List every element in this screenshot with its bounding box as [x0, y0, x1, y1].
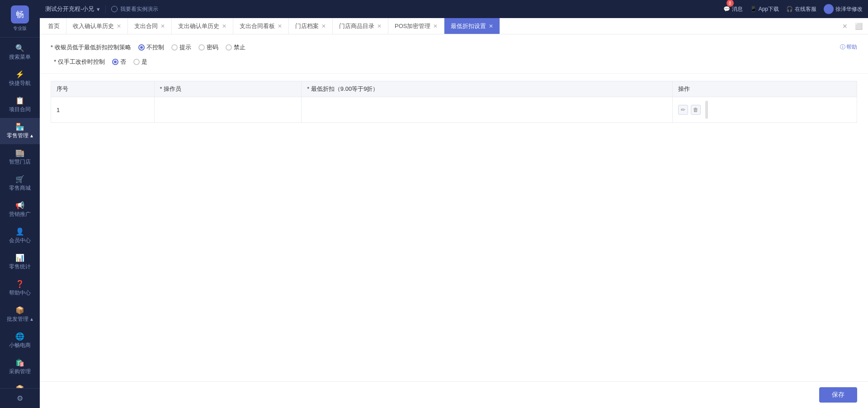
app-download-btn[interactable]: 📱 App下载 [750, 5, 779, 13]
sidebar-item-label: 智慧门店 [9, 158, 31, 166]
main-area: 测试分开充程-小兄 ▾ 我要看实例演示 💬 8 消息 📱 App下载 🎧 在线客 [40, 0, 868, 408]
help-center-icon: ❓ [15, 280, 24, 288]
topbar-dropdown-icon: ▾ [97, 6, 100, 13]
sidebar-item-purchase-mgmt[interactable]: 🛍️采购管理 [0, 354, 40, 380]
help-circle-icon: ⓘ [840, 43, 845, 51]
messages-btn[interactable]: 💬 8 消息 [723, 5, 743, 13]
tab-close-store-goods-catalog[interactable]: ✕ [377, 23, 382, 29]
messages-badge-wrap: 💬 8 [723, 6, 730, 12]
cell-num-0: 1 [51, 97, 155, 123]
tab-close-pos-password[interactable]: ✕ [433, 23, 438, 29]
sidebar-item-label: 帮助中心 [9, 289, 31, 297]
sidebar-logo: 畅 专业版 [0, 0, 40, 38]
tab-expand-btn[interactable]: ⬜ [853, 22, 864, 31]
radio-circle-ban [226, 44, 232, 51]
sidebar-item-label: 小畅电商 [9, 342, 31, 349]
table-header-row: 序号* 操作员* 最低折扣（9.00等于9折）操作 [51, 81, 857, 97]
sidebar-item-label: 搜索菜单 [9, 53, 31, 61]
tab-label-store-file: 门店档案 [295, 22, 319, 30]
sidebar-item-quicknav[interactable]: ⚡快捷导航 [0, 66, 40, 92]
cashier-policy-radio-hint[interactable]: 提示 [171, 43, 191, 52]
radio-label-hint: 提示 [179, 43, 191, 52]
messages-count-badge: 8 [726, 0, 734, 7]
app-edition-label: 专业版 [13, 25, 27, 32]
radio-circle-manual-yes [133, 59, 140, 65]
user-icon [824, 4, 834, 14]
radio-label-password: 密码 [207, 43, 218, 52]
tab-payment-contract[interactable]: 支出合同✕ [128, 18, 172, 34]
tab-store-file[interactable]: 门店档案✕ [289, 18, 333, 34]
sidebar: 畅 专业版 🔍搜索菜单⚡快捷导航📋项目合同🏪零售管理 ▴🏬智慧门店🛒零售商城📢营… [0, 0, 40, 408]
tab-label-payment-contract: 支出合同 [134, 22, 158, 30]
sidebar-item-search[interactable]: 🔍搜索菜单 [0, 39, 40, 66]
tab-income-history[interactable]: 收入确认单历史✕ [66, 18, 128, 34]
sidebar-item-label: 批发管理 ▴ [7, 315, 33, 323]
sidebar-item-retail-mgmt[interactable]: 🏪零售管理 ▴ [0, 118, 40, 144]
customer-service-btn[interactable]: 🎧 在线客服 [786, 5, 816, 13]
tab-pos-password[interactable]: POS加密管理✕ [388, 18, 444, 34]
cashier-policy-radio-password[interactable]: 密码 [198, 43, 218, 52]
sidebar-item-member[interactable]: 👤会员中心 [0, 223, 40, 249]
sidebar-item-wholesale-mgmt[interactable]: 📦批发管理 ▴ [0, 301, 40, 328]
tab-payment-contract-board[interactable]: 支出合同看板✕ [233, 18, 289, 34]
tab-min-discount-setting[interactable]: 最低折扣设置✕ [444, 18, 500, 34]
wholesale-mgmt-icon: 📦 [15, 306, 24, 314]
topbar: 测试分开充程-小兄 ▾ 我要看实例演示 💬 8 消息 📱 App下载 🎧 在线客 [40, 0, 868, 18]
table-head: 序号* 操作员* 最低折扣（9.00等于9折）操作 [51, 81, 857, 97]
tab-close-payment-contract[interactable]: ✕ [160, 23, 165, 29]
topbar-divider [105, 5, 106, 13]
manual-price-radio-no[interactable]: 否 [112, 58, 126, 66]
edit-btn-0[interactable]: ✏ [678, 105, 688, 115]
save-button[interactable]: 保存 [819, 387, 857, 403]
demo-circle-icon [111, 6, 118, 12]
tabbar: 首页收入确认单历史✕支出合同✕支出确认单历史✕支出合同看板✕门店档案✕门店商品目… [40, 18, 868, 34]
tab-label-income-history: 收入确认单历史 [73, 22, 114, 30]
radio-label-no_control: 不控制 [146, 43, 164, 52]
radio-label-manual-no: 否 [120, 58, 126, 66]
download-icon: 📱 [750, 6, 757, 12]
sidebar-item-help-center[interactable]: ❓帮助中心 [0, 275, 40, 301]
tab-close-income-history[interactable]: ✕ [117, 23, 121, 29]
sidebar-item-retail-stats[interactable]: 📊零售统计 [0, 249, 40, 275]
tab-close-payment-contract-board[interactable]: ✕ [278, 23, 282, 29]
sidebar-item-e-commerce[interactable]: 🌐小畅电商 [0, 328, 40, 354]
sidebar-item-retail-mall[interactable]: 🛒零售商城 [0, 170, 40, 197]
member-icon: 👤 [15, 227, 24, 236]
sidebar-item-marketing[interactable]: 📢营销推广 [0, 197, 40, 223]
tab-store-goods-catalog[interactable]: 门店商品目录✕ [333, 18, 388, 34]
tab-label-payment-contract-board: 支出合同看板 [240, 22, 275, 30]
cashier-policy-radio-ban[interactable]: 禁止 [226, 43, 245, 52]
sidebar-item-label: 项目合同 [9, 106, 31, 113]
purchase-mgmt-icon: 🛍️ [15, 358, 24, 367]
inventory-icon: 📦 [15, 385, 24, 388]
sidebar-footer[interactable]: ⚙ [0, 388, 40, 408]
tab-payment-confirm-history[interactable]: 支出确认单历史✕ [172, 18, 233, 34]
help-label: 帮助 [846, 43, 857, 51]
help-link[interactable]: ⓘ 帮助 [840, 43, 857, 51]
tab-close-store-file[interactable]: ✕ [321, 23, 326, 29]
sidebar-item-smart-store[interactable]: 🏬智慧门店 [0, 144, 40, 170]
sidebar-nav: 🔍搜索菜单⚡快捷导航📋项目合同🏪零售管理 ▴🏬智慧门店🛒零售商城📢营销推广👤会员… [0, 38, 40, 388]
tab-close-min-discount-setting[interactable]: ✕ [489, 23, 493, 29]
sidebar-item-label: 零售管理 ▴ [7, 132, 33, 140]
manual-price-radio-yes[interactable]: 是 [133, 58, 147, 66]
tab-close-all-btn[interactable]: ✕ [840, 22, 849, 31]
topbar-demo-link[interactable]: 我要看实例演示 [111, 5, 158, 13]
topbar-project[interactable]: 测试分开充程-小兄 ▾ [45, 5, 100, 13]
retail-stats-icon: 📊 [15, 253, 24, 262]
cashier-policy-radio-no_control[interactable]: 不控制 [138, 43, 164, 52]
user-avatar-btn[interactable]: 徐泽华修改 [824, 4, 863, 14]
marketing-icon: 📢 [15, 201, 24, 210]
quicknav-icon: ⚡ [15, 70, 24, 79]
settings-icon[interactable]: ⚙ [17, 394, 23, 403]
tab-close-payment-confirm-history[interactable]: ✕ [222, 23, 226, 29]
topbar-project-name: 测试分开充程-小兄 [45, 5, 94, 13]
sidebar-item-label: 快捷导航 [9, 80, 31, 87]
page-footer: 保存 [40, 381, 868, 408]
radio-circle-password [198, 44, 205, 51]
sidebar-item-inventory[interactable]: 📦库存核算 [0, 380, 40, 388]
delete-btn-0[interactable]: 🗑 [691, 105, 701, 115]
retail-mall-icon: 🛒 [15, 175, 24, 183]
tab-home[interactable]: 首页 [42, 18, 66, 34]
sidebar-item-project-contract[interactable]: 📋项目合同 [0, 92, 40, 118]
